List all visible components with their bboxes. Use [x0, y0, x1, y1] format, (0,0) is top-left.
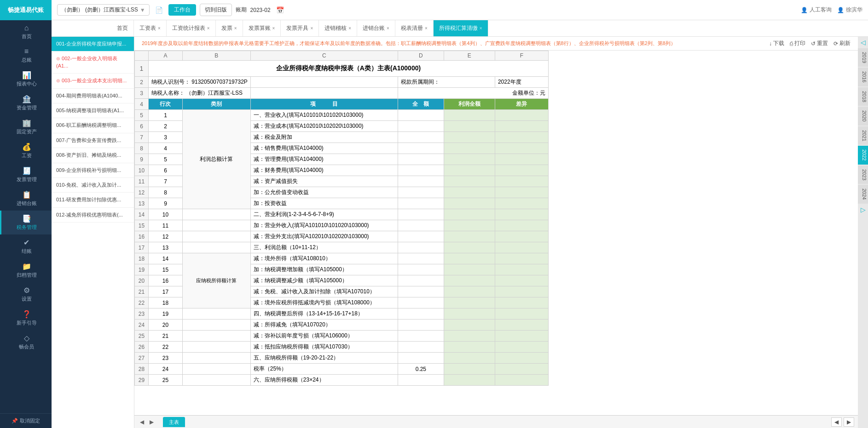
line-cell[interactable]: 11: [149, 220, 183, 231]
scroll-right-btn[interactable]: ▶: [844, 417, 854, 427]
line-cell[interactable]: 21: [149, 331, 183, 342]
tab-close-icon[interactable]: ×: [387, 26, 389, 31]
sidebar-item-settlement[interactable]: ✔ 结账: [0, 234, 52, 258]
year-2021[interactable]: 2021: [858, 126, 868, 145]
diff-cell[interactable]: [495, 364, 548, 375]
sidebar-item-member[interactable]: ◇ 畅会员: [0, 330, 52, 354]
diff-cell[interactable]: [495, 198, 548, 209]
sidebar-item-home[interactable]: ⌂ 首页: [0, 20, 52, 44]
profit-cell[interactable]: [444, 121, 495, 132]
profit-cell[interactable]: [444, 375, 495, 386]
tab-close-icon[interactable]: ×: [158, 26, 161, 31]
line-cell[interactable]: 4: [149, 143, 183, 154]
item-cell[interactable]: 加：投资收益: [250, 198, 398, 209]
left-panel-item-003[interactable]: ⊙ 003-一般企业成本支出明细...: [52, 74, 134, 88]
left-panel-item-010[interactable]: 010-免税、减计收入及加计...: [52, 178, 134, 193]
profit-cell[interactable]: [444, 342, 495, 353]
amount-cell[interactable]: [398, 320, 444, 331]
year-2022[interactable]: 2022: [858, 146, 868, 164]
diff-cell[interactable]: [495, 331, 548, 342]
line-cell[interactable]: 2: [149, 121, 183, 132]
left-panel-item-009[interactable]: 009-企业所得税补亏损明细...: [52, 163, 134, 178]
amount-cell[interactable]: [398, 275, 444, 286]
right-panel-arrow-down-icon[interactable]: ▷: [859, 204, 868, 215]
line-cell[interactable]: 22: [149, 342, 183, 353]
left-panel-item-005[interactable]: 005-纳税调整项目明细表(A1...: [52, 103, 134, 118]
amount-cell[interactable]: [398, 286, 444, 297]
amount-cell[interactable]: [398, 110, 444, 121]
line-cell[interactable]: 18: [149, 297, 183, 308]
diff-cell[interactable]: [495, 308, 548, 320]
year-2016[interactable]: 2016: [858, 68, 868, 86]
item-cell[interactable]: 加：公允价值变动收益: [250, 187, 398, 198]
profit-cell[interactable]: [444, 187, 495, 198]
item-cell[interactable]: 一、营业收入(填写A101010\101020\103000): [250, 110, 398, 121]
profit-cell[interactable]: [444, 364, 495, 375]
line-cell[interactable]: 14: [149, 253, 183, 264]
item-cell[interactable]: 减：销售费用(填写A104000): [250, 143, 398, 154]
amount-cell[interactable]: [398, 331, 444, 342]
diff-cell[interactable]: [495, 132, 548, 143]
item-cell[interactable]: 减：营业成本(填写A102010\102020\103000): [250, 121, 398, 132]
print-button[interactable]: ⎙ 打印: [790, 40, 805, 47]
item-cell[interactable]: 减：营业外支出(填写A102010\102020\103000): [250, 231, 398, 242]
amount-cell[interactable]: [398, 165, 444, 176]
sidebar-item-purchase-sales[interactable]: 📋 进销台账: [0, 187, 52, 211]
left-panel-item-007[interactable]: 007-广告费和业务宣传费跌...: [52, 133, 134, 148]
line-cell[interactable]: 13: [149, 242, 183, 253]
line-cell[interactable]: 10: [149, 209, 183, 220]
document-icon-btn[interactable]: 📄: [153, 5, 165, 16]
diff-cell[interactable]: [495, 275, 548, 286]
item-cell[interactable]: 四、纳税调整后所得（13-14+15-16-17+18）: [250, 308, 398, 320]
profit-cell[interactable]: [444, 165, 495, 176]
tab-invoice-open[interactable]: 发票开具 ×: [281, 20, 319, 37]
right-panel-expand-icon[interactable]: ◁: [859, 37, 868, 48]
download-button[interactable]: ↓ 下载: [769, 40, 784, 47]
spreadsheet-wrapper[interactable]: A B C D E F 1 企业所得税年度纳税申报表（A类）主表(A100000…: [134, 51, 858, 415]
amount-cell[interactable]: [398, 297, 444, 308]
item-cell[interactable]: 减：税金及附加: [250, 132, 398, 143]
diff-cell[interactable]: [495, 342, 548, 353]
amount-cell[interactable]: [398, 187, 444, 198]
diff-cell[interactable]: [495, 121, 548, 132]
line-cell[interactable]: 6: [149, 165, 183, 176]
diff-cell[interactable]: [495, 253, 548, 264]
amount-cell[interactable]: [398, 176, 444, 187]
tab-close-icon[interactable]: ×: [425, 26, 428, 31]
amount-cell[interactable]: [398, 198, 444, 209]
profit-cell[interactable]: [444, 297, 495, 308]
sidebar-item-archive[interactable]: 📁 归档管理: [0, 258, 52, 282]
service-btn[interactable]: 👤 人工客询: [801, 6, 832, 14]
diff-cell[interactable]: [495, 320, 548, 331]
line-cell[interactable]: 8: [149, 187, 183, 198]
profit-cell[interactable]: [444, 320, 495, 331]
amount-cell[interactable]: [398, 121, 444, 132]
amount-cell[interactable]: [398, 231, 444, 242]
diff-cell[interactable]: [495, 297, 548, 308]
sidebar-item-salary[interactable]: 💰 工资: [0, 139, 52, 163]
diff-cell[interactable]: [495, 242, 548, 253]
tab-tax-calc[interactable]: 所得税汇算清缴 ×: [434, 20, 488, 37]
next-sheet-btn[interactable]: ▶: [148, 418, 156, 426]
tab-close-icon[interactable]: ×: [310, 26, 313, 31]
sidebar-item-asset-mgmt[interactable]: 🏦 资金管理: [0, 91, 52, 115]
diff-cell[interactable]: [495, 264, 548, 275]
line-cell[interactable]: 17: [149, 286, 183, 297]
tab-close-icon[interactable]: ×: [348, 26, 351, 31]
item-cell[interactable]: 减：纳税调整减少额（填写A105000）: [250, 275, 398, 286]
sidebar-item-general-ledger[interactable]: ≡ 总账: [0, 44, 52, 67]
tab-close-icon[interactable]: ×: [207, 26, 210, 31]
tab-salary[interactable]: 工资表 ×: [134, 20, 167, 37]
profit-cell[interactable]: [444, 176, 495, 187]
line-cell[interactable]: 1: [149, 110, 183, 121]
diff-cell[interactable]: [495, 165, 548, 176]
line-cell[interactable]: 16: [149, 275, 183, 286]
tab-close-icon[interactable]: ×: [234, 26, 237, 31]
diff-cell[interactable]: [495, 209, 548, 220]
profit-cell[interactable]: [444, 264, 495, 275]
left-panel-item-004[interactable]: 004-期间费用明细表(A1040...: [52, 89, 134, 103]
diff-cell[interactable]: [495, 353, 548, 364]
item-cell[interactable]: 加：纳税调整增加额（填写A105000）: [250, 264, 398, 275]
prev-sheet-btn[interactable]: ◀: [138, 418, 146, 426]
year-2020[interactable]: 2020: [858, 107, 868, 125]
